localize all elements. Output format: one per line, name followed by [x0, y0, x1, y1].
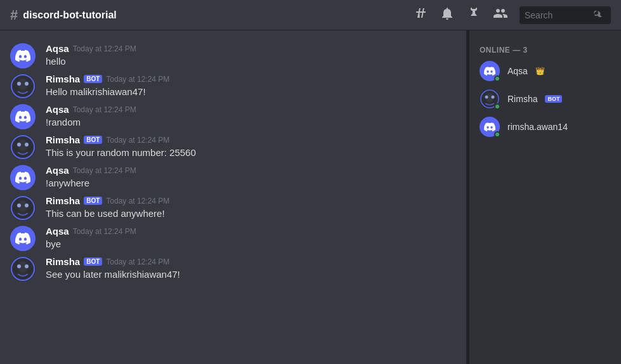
timestamp: Today at 12:24 PM — [73, 227, 136, 236]
timestamp: Today at 12:24 PM — [106, 197, 169, 205]
svg-point-13 — [17, 204, 21, 207]
table-row: Aqsa Today at 12:24 PM !random — [0, 101, 466, 132]
username: Rimsha — [46, 195, 80, 206]
table-row: Rimsha BOT Today at 12:24 PM This is you… — [0, 132, 466, 162]
table-row: Aqsa Today at 12:24 PM !anywhere — [0, 162, 466, 193]
member-name: Rimsha — [507, 94, 537, 104]
member-avatar — [480, 117, 500, 137]
svg-point-9 — [25, 143, 29, 146]
message-text: Hello malikrishiawan47! — [46, 86, 456, 99]
svg-point-3 — [17, 82, 21, 86]
header: # discord-bot-tutorial — [0, 0, 621, 30]
message-text: This is your random number: 25560 — [46, 146, 456, 160]
svg-point-19 — [25, 264, 29, 268]
message-header: Rimsha BOT Today at 12:24 PM — [46, 74, 456, 84]
message-header: Aqsa Today at 12:24 PM — [46, 104, 456, 115]
message-content: Rimsha BOT Today at 12:24 PM Hello malik… — [46, 74, 456, 99]
svg-point-4 — [25, 82, 29, 86]
message-header: Rimsha BOT Today at 12:24 PM — [46, 256, 456, 267]
message-text: hello — [46, 55, 456, 68]
member-bot-badge: BOT — [545, 95, 562, 103]
avatar — [10, 226, 36, 251]
table-row: Rimsha BOT Today at 12:24 PM See you lat… — [0, 254, 466, 284]
message-header: Aqsa Today at 12:24 PM — [46, 43, 456, 54]
message-text: This can be used anywhere! — [46, 207, 456, 221]
username: Aqsa — [46, 104, 69, 115]
member-section-header: ONLINE — 3 — [474, 41, 616, 57]
avatar — [10, 256, 36, 282]
message-text: !anywhere — [46, 177, 456, 190]
svg-point-18 — [17, 264, 21, 268]
online-indicator — [494, 75, 500, 82]
search-bar[interactable] — [520, 6, 611, 24]
message-content: Aqsa Today at 12:24 PM !random — [46, 104, 456, 129]
svg-point-23 — [485, 96, 488, 99]
member-list: ONLINE — 3 Aqsa 👑 — [469, 30, 621, 364]
svg-point-14 — [25, 204, 29, 207]
timestamp: Today at 12:24 PM — [73, 44, 136, 53]
message-content: Aqsa Today at 12:24 PM bye — [46, 226, 456, 251]
member-name: Aqsa — [507, 66, 528, 76]
message-header: Aqsa Today at 12:24 PM — [46, 165, 456, 176]
username: Aqsa — [46, 226, 69, 237]
header-icons — [413, 6, 611, 24]
list-item[interactable]: Rimsha BOT — [474, 85, 616, 113]
message-content: Aqsa Today at 12:24 PM !anywhere — [46, 165, 456, 190]
message-content: Rimsha BOT Today at 12:24 PM See you lat… — [46, 256, 456, 282]
channel-info: # discord-bot-tutorial — [10, 7, 413, 23]
message-text: See you later malikrishiawan47! — [46, 268, 456, 282]
message-content: Aqsa Today at 12:24 PM hello — [46, 43, 456, 68]
timestamp: Today at 12:24 PM — [106, 257, 169, 266]
member-name: rimsha.awan14 — [507, 122, 568, 132]
message-content: Rimsha BOT Today at 12:24 PM This is you… — [46, 134, 456, 160]
message-text: !random — [46, 116, 456, 129]
username: Aqsa — [46, 43, 69, 54]
main-content: Aqsa Today at 12:24 PM hello — [0, 30, 621, 364]
message-header: Rimsha BOT Today at 12:24 PM — [46, 195, 456, 206]
message-header: Rimsha BOT Today at 12:24 PM — [46, 134, 456, 145]
username: Rimsha — [46, 256, 80, 267]
avatar — [10, 74, 36, 99]
message-text: bye — [46, 238, 456, 251]
timestamp: Today at 12:24 PM — [106, 136, 169, 145]
table-row: Aqsa Today at 12:24 PM bye — [0, 223, 466, 254]
notification-icon[interactable] — [440, 6, 455, 24]
pin-icon[interactable] — [466, 6, 481, 24]
bot-badge: BOT — [84, 257, 102, 266]
username: Rimsha — [46, 134, 80, 145]
member-avatar — [480, 61, 500, 81]
bot-badge: BOT — [84, 75, 102, 83]
svg-point-24 — [492, 96, 495, 99]
online-indicator — [494, 103, 500, 110]
crown-icon: 👑 — [535, 67, 545, 75]
username: Aqsa — [46, 165, 69, 176]
chat-area[interactable]: Aqsa Today at 12:24 PM hello — [0, 30, 466, 364]
members-icon[interactable] — [493, 6, 508, 24]
timestamp: Today at 12:24 PM — [73, 166, 136, 175]
search-input[interactable] — [525, 10, 588, 20]
channel-hash-icon: # — [10, 7, 18, 23]
avatar — [10, 195, 36, 221]
channel-name: discord-bot-tutorial — [23, 10, 117, 21]
message-header: Aqsa Today at 12:24 PM — [46, 226, 456, 237]
bot-badge: BOT — [84, 136, 102, 144]
hash-icon[interactable] — [413, 6, 428, 24]
member-avatar — [480, 89, 500, 109]
avatar — [10, 165, 36, 190]
avatar — [10, 43, 36, 68]
username: Rimsha — [46, 74, 80, 84]
table-row: Rimsha BOT Today at 12:24 PM Hello malik… — [0, 71, 466, 101]
list-item[interactable]: Aqsa 👑 — [474, 57, 616, 85]
svg-point-8 — [17, 143, 21, 146]
timestamp: Today at 12:24 PM — [73, 105, 136, 114]
table-row: Aqsa Today at 12:24 PM hello — [0, 41, 466, 71]
table-row: Rimsha BOT Today at 12:24 PM This can be… — [0, 193, 466, 223]
bot-badge: BOT — [84, 197, 102, 205]
search-icon — [593, 9, 603, 21]
message-content: Rimsha BOT Today at 12:24 PM This can be… — [46, 195, 456, 221]
timestamp: Today at 12:24 PM — [106, 75, 169, 84]
list-item[interactable]: rimsha.awan14 — [474, 113, 616, 141]
avatar — [10, 104, 36, 129]
online-indicator — [494, 131, 500, 138]
avatar — [10, 134, 36, 160]
